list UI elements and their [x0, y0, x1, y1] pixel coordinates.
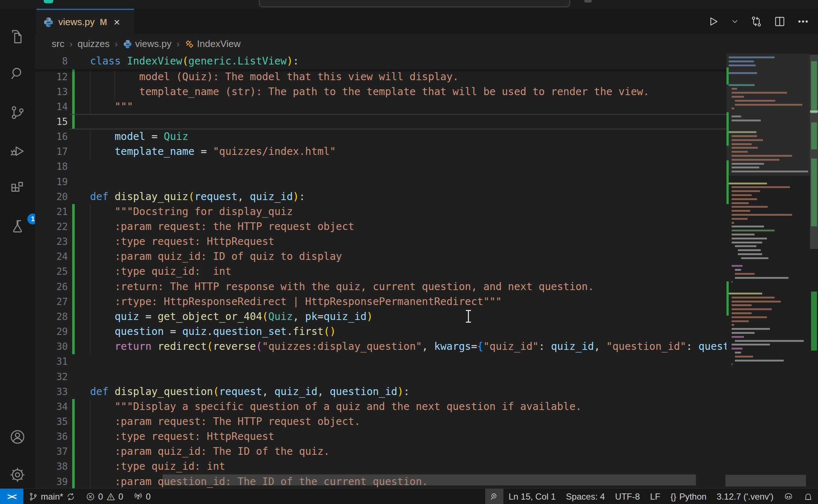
line-number[interactable]: 22 — [35, 219, 68, 234]
code-line[interactable]: 33def display_question(request, quiz_id,… — [35, 384, 727, 399]
line-number[interactable]: 25 — [35, 264, 68, 279]
code-line[interactable]: 22 :param request: the HTTP request obje… — [35, 219, 727, 234]
extensions-icon[interactable] — [9, 180, 26, 197]
line-number[interactable]: 36 — [35, 429, 68, 444]
line-number[interactable]: 32 — [35, 369, 68, 384]
run-dropdown-chevron-icon[interactable] — [731, 15, 739, 28]
minimap-slider[interactable] — [727, 54, 810, 176]
search-icon[interactable] — [9, 65, 26, 82]
code-line[interactable]: 36 :type request: HttpRequest — [35, 429, 727, 444]
code-line[interactable]: 17 template_name = "quizzes/index.html" — [35, 144, 727, 159]
breadcrumb-src[interactable]: src — [52, 38, 65, 50]
notifications-item[interactable] — [798, 489, 818, 504]
line-number[interactable]: 35 — [35, 414, 68, 429]
sticky-scroll-line[interactable]: 8class IndexView(generic.ListView): — [35, 54, 727, 69]
code-line[interactable]: 19 — [35, 174, 727, 190]
line-number[interactable]: 27 — [35, 294, 68, 309]
code-line[interactable]: 38 :type quiz_id: int — [35, 459, 727, 474]
line-number[interactable]: 16 — [35, 129, 68, 144]
minimap-code-row — [732, 198, 757, 200]
code-line[interactable]: 18 — [35, 159, 727, 174]
git-modified-gutter-bar — [72, 219, 75, 234]
code-line[interactable]: 16 model = Quiz — [35, 129, 727, 144]
git-branch-item[interactable]: main* — [23, 489, 81, 504]
code-line[interactable]: 14 """ — [35, 99, 727, 114]
line-number[interactable]: 37 — [35, 444, 68, 459]
line-number[interactable]: 12 — [35, 69, 68, 85]
breadcrumb-quizzes[interactable]: quizzes — [78, 38, 110, 50]
breadcrumb-views-py[interactable]: views.py — [123, 38, 172, 50]
line-number[interactable]: 14 — [35, 99, 68, 114]
remote-indicator[interactable]: >< — [0, 489, 23, 504]
copilot-item[interactable] — [779, 489, 798, 504]
code-line[interactable]: 12 model (Quiz): The model that this vie… — [35, 69, 727, 85]
line-number[interactable]: 31 — [35, 354, 68, 369]
line-number[interactable]: 24 — [35, 249, 68, 264]
ports-item[interactable]: 0 — [128, 489, 156, 504]
compare-changes-icon[interactable] — [750, 15, 763, 28]
vertical-scrollbar-thumb[interactable] — [810, 55, 818, 249]
code-line[interactable]: 27 :rtype: HttpResponseRedirect | HttpRe… — [35, 294, 727, 309]
code-line[interactable]: 29 question = quiz.question_set.first() — [35, 324, 727, 339]
zoom-indicator[interactable] — [485, 489, 503, 504]
problems-item[interactable]: 0 0 — [81, 489, 128, 504]
line-number[interactable]: 29 — [35, 324, 68, 339]
horizontal-scrollbar[interactable] — [163, 474, 696, 485]
sticky-scroll[interactable]: 8class IndexView(generic.ListView): — [35, 54, 727, 69]
code-line[interactable]: 28 quiz = get_object_or_404(Quiz, pk=qui… — [35, 309, 727, 324]
layout-icon-fragment — [584, 0, 592, 3]
explorer-icon[interactable] — [9, 29, 26, 46]
language-mode[interactable]: {} Python — [665, 489, 712, 504]
code-line[interactable]: 21 """Docstring for display_quiz — [35, 204, 727, 219]
run-debug-icon[interactable] — [9, 142, 26, 159]
python-interpreter[interactable]: 3.12.7 ('.venv') — [712, 489, 779, 504]
code-line[interactable]: 37 :param quiz_id: The ID of the quiz. — [35, 444, 727, 459]
more-actions-icon[interactable] — [797, 15, 809, 28]
code-line[interactable]: 26 :return: The HTTP response with the q… — [35, 279, 727, 294]
line-number[interactable]: 39 — [35, 474, 68, 488]
breadcrumb-indexview[interactable]: IndexView — [185, 38, 241, 50]
code-line[interactable]: 30 return redirect(reverse("quizzes:disp… — [35, 339, 727, 354]
minimap[interactable] — [727, 54, 810, 488]
line-number[interactable]: 20 — [35, 189, 68, 204]
code-line[interactable]: 13 template_name (str): The path to the … — [35, 84, 727, 99]
code-line[interactable]: 32 — [35, 369, 727, 384]
line-number[interactable]: 19 — [35, 174, 68, 190]
cursor-position[interactable]: Ln 15, Col 1 — [503, 489, 561, 504]
tab-views-py[interactable]: views.py M × — [36, 9, 134, 34]
line-number[interactable]: 17 — [35, 144, 68, 159]
line-number[interactable]: 38 — [35, 459, 68, 474]
line-number[interactable]: 8 — [35, 54, 68, 69]
settings-gear-icon[interactable] — [9, 466, 26, 483]
code-editor[interactable]: 12 model (Quiz): The model that this vie… — [35, 54, 727, 488]
testing-icon[interactable] — [9, 218, 26, 235]
indentation[interactable]: Spaces: 4 — [561, 489, 610, 504]
line-number[interactable]: 23 — [35, 234, 68, 249]
line-number[interactable]: 30 — [35, 339, 68, 354]
line-number[interactable]: 34 — [35, 399, 68, 414]
split-editor-icon[interactable] — [774, 15, 786, 28]
code-line[interactable]: 25 :type quiz_id: int — [35, 264, 727, 279]
code-line[interactable]: 24 :param quiz_id: ID of quiz to display — [35, 249, 727, 264]
code-line[interactable]: 34 """Display a specific question of a q… — [35, 399, 727, 414]
minimap-code-row — [732, 281, 732, 283]
line-number[interactable]: 13 — [35, 84, 68, 99]
line-number[interactable]: 18 — [35, 159, 68, 174]
command-center-search[interactable] — [259, 0, 570, 7]
line-number[interactable]: 15 — [35, 114, 68, 129]
run-button-icon[interactable] — [707, 15, 720, 28]
line-number[interactable]: 26 — [35, 279, 68, 294]
tab-close-icon[interactable]: × — [114, 16, 120, 28]
source-control-icon[interactable]: 1 — [9, 104, 26, 121]
line-number[interactable]: 21 — [35, 204, 68, 219]
encoding[interactable]: UTF-8 — [610, 489, 645, 504]
code-line[interactable]: 31 — [35, 354, 727, 369]
line-number[interactable]: 28 — [35, 309, 68, 324]
line-number[interactable]: 33 — [35, 384, 68, 399]
eol-sequence[interactable]: LF — [645, 489, 665, 504]
code-line[interactable]: 35 :param request: The HTTP request obje… — [35, 414, 727, 429]
overview-ruler-scrollbar[interactable] — [810, 54, 818, 488]
account-icon[interactable] — [9, 429, 26, 445]
code-line[interactable]: 20def display_quiz(request, quiz_id): — [35, 189, 727, 204]
code-line[interactable]: 23 :type request: HttpRequest — [35, 234, 727, 249]
